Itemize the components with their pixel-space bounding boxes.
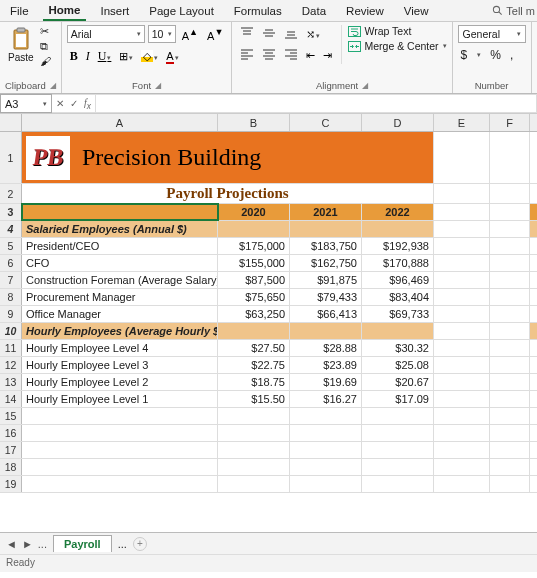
cell[interactable]: Procurement Manager [22,289,218,305]
font-name-select[interactable]: Arial▾ [67,25,145,43]
underline-button[interactable]: U▾ [95,47,115,66]
align-left-button[interactable] [237,46,257,64]
cell[interactable]: $30.32 [362,340,434,356]
company-banner[interactable]: PB Precision Building [22,132,434,183]
dialog-launcher-icon[interactable]: ◢ [155,81,161,90]
row-header[interactable]: 16 [0,425,22,441]
cell[interactable] [434,289,490,305]
dialog-launcher-icon[interactable]: ◢ [50,81,56,90]
number-format-select[interactable]: General▾ [458,25,526,43]
cell[interactable] [490,391,530,407]
tab-view[interactable]: View [398,2,435,20]
italic-button[interactable]: I [83,47,93,66]
tab-page-layout[interactable]: Page Layout [143,2,220,20]
cell[interactable] [290,442,362,458]
tab-file[interactable]: File [4,2,35,20]
formula-input[interactable] [96,94,537,113]
cell[interactable]: $192,938 [362,238,434,254]
cell[interactable]: $87,500 [218,272,290,288]
cell[interactable] [490,184,530,203]
orientation-button[interactable]: ⤭▾ [303,26,323,43]
format-painter-icon[interactable]: 🖌 [40,55,51,67]
cell[interactable] [22,442,218,458]
cell[interactable]: $19.69 [290,374,362,390]
enter-formula-icon[interactable]: ✓ [70,98,78,109]
cell[interactable] [434,476,490,492]
cell[interactable] [290,408,362,424]
wrap-text-button[interactable]: Wrap Text [348,25,446,37]
merge-center-button[interactable]: Merge & Center▾ [348,40,446,52]
dialog-launcher-icon[interactable]: ◢ [362,81,368,90]
sheet-tab-payroll[interactable]: Payroll [53,535,112,552]
cell[interactable]: $96,469 [362,272,434,288]
cell[interactable] [22,408,218,424]
cell[interactable]: Hourly Employee Level 3 [22,357,218,373]
cell[interactable]: Construction Foreman (Average Salary) [22,272,218,288]
row-header[interactable]: 8 [0,289,22,305]
cell[interactable] [434,408,490,424]
cell[interactable] [490,238,530,254]
row-header[interactable]: 4 [0,221,22,237]
cell[interactable] [290,221,362,237]
fx-icon[interactable]: fx [84,97,91,111]
cell[interactable] [490,340,530,356]
cell[interactable]: $16.27 [290,391,362,407]
cell[interactable]: $79,433 [290,289,362,305]
increase-font-button[interactable]: A▲ [179,25,201,44]
sheet-nav-dots[interactable]: ... [38,538,47,550]
row-header[interactable]: 11 [0,340,22,356]
col-header-F[interactable]: F [490,114,530,131]
fill-color-button[interactable]: ◇▾ [138,48,161,65]
cell[interactable]: 2020 [218,204,290,220]
cell[interactable] [218,221,290,237]
row-header[interactable]: 10 [0,323,22,339]
cell[interactable] [434,306,490,322]
cancel-formula-icon[interactable]: ✕ [56,98,64,109]
row-header[interactable]: 5 [0,238,22,254]
row-header[interactable]: 2 [0,184,22,203]
cell[interactable]: $170,888 [362,255,434,271]
cell[interactable] [434,184,490,203]
decrease-font-button[interactable]: A▼ [204,25,226,44]
sheet-nav-prev-icon[interactable]: ◄ [6,538,17,550]
row-header[interactable]: 6 [0,255,22,271]
add-sheet-button[interactable]: + [133,537,147,551]
cell[interactable] [434,442,490,458]
cell[interactable] [362,459,434,475]
cut-icon[interactable]: ✂ [40,25,51,38]
cell[interactable]: $91,875 [290,272,362,288]
decrease-indent-button[interactable]: ⇤ [303,47,318,64]
tell-me[interactable]: Tell m [492,5,537,17]
cell[interactable] [434,357,490,373]
row-header[interactable]: 9 [0,306,22,322]
cell[interactable] [490,425,530,441]
cell[interactable]: $20.67 [362,374,434,390]
cell[interactable] [434,425,490,441]
tab-review[interactable]: Review [340,2,390,20]
cell[interactable]: Salaried Employees (Annual $) [22,221,218,237]
copy-icon[interactable]: ⧉ [40,40,51,53]
currency-button[interactable]: $ [458,47,471,63]
increase-indent-button[interactable]: ⇥ [320,47,335,64]
cell[interactable]: $28.88 [290,340,362,356]
cell[interactable] [362,323,434,339]
cell[interactable]: $63,250 [218,306,290,322]
row-header[interactable]: 12 [0,357,22,373]
comma-button[interactable]: , [507,47,516,63]
cell[interactable] [434,255,490,271]
percent-button[interactable]: % [487,47,504,63]
row-header[interactable]: 19 [0,476,22,492]
cell[interactable] [490,255,530,271]
align-top-button[interactable] [237,25,257,43]
cell[interactable] [434,340,490,356]
cell[interactable] [434,272,490,288]
col-header-C[interactable]: C [290,114,362,131]
row-header[interactable]: 3 [0,204,22,220]
align-middle-button[interactable] [259,25,279,43]
cell-A3[interactable] [22,204,218,220]
row-header[interactable]: 18 [0,459,22,475]
tab-formulas[interactable]: Formulas [228,2,288,20]
row-header[interactable]: 7 [0,272,22,288]
cell[interactable] [490,408,530,424]
cell[interactable]: $66,413 [290,306,362,322]
